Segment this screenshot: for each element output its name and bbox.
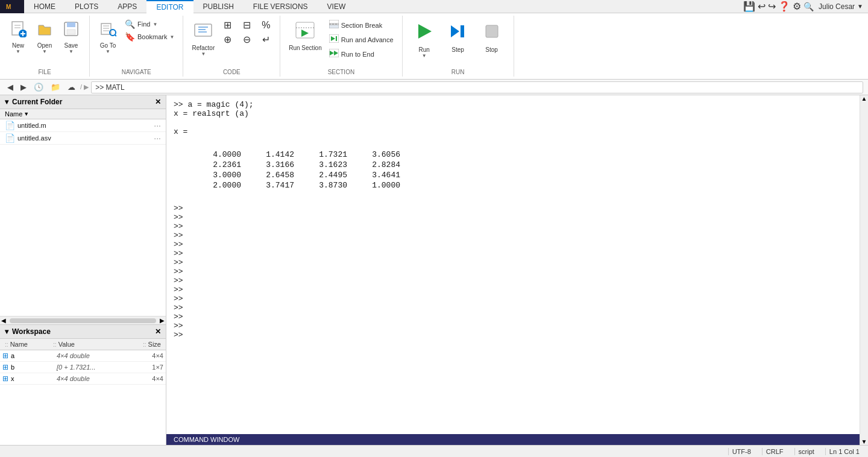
user-dropdown-icon[interactable]: ▼ [857, 3, 863, 10]
right-scrollbar[interactable]: ▲ ▼ [860, 95, 868, 445]
file-more-0[interactable]: ··· [154, 121, 161, 130]
save-button[interactable]: Save ▼ [58, 18, 84, 57]
tab-home[interactable]: HOME [24, 0, 65, 13]
save-icon[interactable]: 💾 [743, 1, 755, 12]
outdent-btn[interactable]: ⊟ [237, 18, 256, 32]
cf-collapse-icon[interactable]: ▾ [5, 98, 8, 106]
matrix-cell: 3.4641 [352, 171, 400, 180]
file-col-name[interactable]: Name ▼ [5, 110, 161, 118]
svg-rect-24 [329, 20, 339, 24]
file-more-1[interactable]: ··· [154, 133, 161, 143]
scroll-down-arrow[interactable]: ▼ [861, 438, 867, 445]
scroll-up-arrow[interactable]: ▲ [861, 95, 867, 102]
new-button[interactable]: New ▼ [5, 18, 31, 57]
encoding-status[interactable]: UTF-8 [728, 448, 755, 455]
cloud-btn[interactable]: ☁ [65, 82, 78, 92]
tab-editor[interactable]: EDITOR [146, 0, 193, 13]
command-prompt[interactable]: >> [174, 285, 852, 294]
workspace-var-a[interactable]: ⊞ a 4×4 double 4×4 [0, 350, 166, 362]
wrap-btn[interactable]: ↵ [257, 33, 275, 46]
run-advance-button[interactable]: Run and Advance [326, 33, 397, 46]
toolbar-row: ◀ ▶ 🕓 📁 ☁ / ▶ >> MATL [0, 80, 868, 95]
open-button[interactable]: Open ▼ [31, 18, 58, 57]
search-icon[interactable]: 🔍 [804, 2, 814, 11]
workspace-var-x[interactable]: ⊞ x 4×4 double 4×4 [0, 373, 166, 385]
help-icon[interactable]: ❓ [778, 1, 790, 12]
goto-arrow[interactable]: ▼ [105, 49, 110, 54]
redo-icon[interactable]: ↪ [768, 1, 776, 12]
command-prompt[interactable]: >> [174, 330, 852, 339]
file-col-sort-icon[interactable]: ▼ [24, 111, 29, 117]
command-prompt[interactable]: >> [174, 276, 852, 285]
command-prompt[interactable]: >> [174, 321, 852, 330]
command-prompt[interactable]: >> [174, 240, 852, 249]
list-item[interactable]: 📄 untitled.m ··· [0, 119, 166, 132]
tab-file-versions[interactable]: FILE VERSIONS [244, 0, 318, 13]
command-prompt[interactable]: >> [174, 267, 852, 276]
command-prompt[interactable]: >> [174, 213, 852, 222]
ws-close-icon[interactable]: ✕ [155, 327, 161, 336]
browse-btn[interactable]: 📁 [48, 82, 63, 92]
step-button[interactable]: Step [441, 18, 475, 55]
ws-grid-icon-a: ⊞ [2, 351, 8, 360]
section-break-button[interactable]: Section Break [326, 18, 397, 32]
command-prompt[interactable]: >> [174, 303, 852, 312]
refactor-button[interactable]: Refactor ▼ [188, 18, 218, 59]
undo-icon[interactable]: ↩ [758, 1, 766, 12]
find-button[interactable]: 🔍 Find ▼ [121, 18, 178, 30]
command-area[interactable]: >> a = magic (4); x = realsqrt (a) x = 4… [166, 95, 860, 434]
h-scroll-left[interactable]: ◀ [0, 317, 7, 324]
command-prompt[interactable]: >> [174, 231, 852, 240]
run-label: Run [418, 46, 429, 53]
save-arrow[interactable]: ▼ [69, 49, 74, 54]
address-bar[interactable]: >> MATL [91, 81, 863, 93]
h-scroll-track[interactable] [10, 318, 156, 323]
tab-apps[interactable]: APPS [108, 0, 146, 13]
position-status[interactable]: Ln 1 Col 1 [825, 448, 863, 455]
comment-btn[interactable]: % [257, 18, 275, 32]
stop-button[interactable]: Stop [475, 18, 509, 55]
ws-col-value-label: Value [58, 341, 75, 348]
prompt-symbol: >> [174, 240, 183, 249]
tab-publish[interactable]: PUBLISH [193, 0, 244, 13]
tab-plots[interactable]: PLOTS [65, 0, 108, 13]
command-prompt[interactable]: >> [174, 258, 852, 267]
expand-btn[interactable]: ⊕ [218, 33, 236, 46]
indent-btn[interactable]: ⊞ [218, 18, 236, 32]
ws-collapse-icon[interactable]: ▾ [5, 327, 8, 336]
run-arrow[interactable]: ▼ [422, 53, 427, 58]
run-to-end-button[interactable]: Run to End [326, 47, 397, 61]
command-prompt[interactable]: >> [174, 294, 852, 303]
bookmark-arrow[interactable]: ▼ [170, 34, 175, 40]
command-prompt[interactable]: >> [174, 204, 852, 213]
run-button[interactable]: Run ▼ [407, 18, 441, 61]
h-scroll[interactable]: ◀ ▶ [0, 316, 166, 324]
ribbon-file-items: New ▼ Open ▼ [5, 18, 84, 74]
cf-close-icon[interactable]: ✕ [155, 98, 161, 106]
collapse-btn[interactable]: ⊖ [237, 33, 256, 46]
find-arrow[interactable]: ▼ [153, 22, 157, 27]
new-arrow[interactable]: ▼ [16, 49, 20, 54]
open-arrow[interactable]: ▼ [42, 49, 47, 54]
forward-btn[interactable]: ▶ [18, 82, 29, 92]
command-prompt[interactable]: >> [174, 222, 852, 231]
h-scroll-right[interactable]: ▶ [159, 317, 166, 324]
bookmark-button[interactable]: 🔖 Bookmark ▼ [121, 31, 178, 43]
open-label: Open [37, 42, 52, 49]
back-btn[interactable]: ◀ [5, 82, 16, 92]
workspace-var-b[interactable]: ⊞ b [0 + 1.7321... 1×7 [0, 362, 166, 373]
history-btn[interactable]: 🕓 [31, 82, 46, 92]
tab-view[interactable]: VIEW [318, 0, 356, 13]
eol-status[interactable]: CRLF [762, 448, 787, 455]
refactor-arrow[interactable]: ▼ [201, 51, 206, 57]
step-icon [447, 20, 469, 46]
type-status[interactable]: script [794, 448, 818, 455]
run-section-button[interactable]: Run Section [285, 18, 325, 54]
ws-col-name: :: Name [2, 340, 51, 348]
command-prompt[interactable]: >> [174, 249, 852, 258]
goto-button[interactable]: Go To ▼ [95, 18, 121, 57]
list-item[interactable]: 📄 untitled.asv ··· [0, 132, 166, 145]
command-prompt[interactable]: >> [174, 312, 852, 321]
settings-icon[interactable]: ⚙ [793, 1, 801, 12]
workspace-title: Workspace [12, 327, 51, 336]
